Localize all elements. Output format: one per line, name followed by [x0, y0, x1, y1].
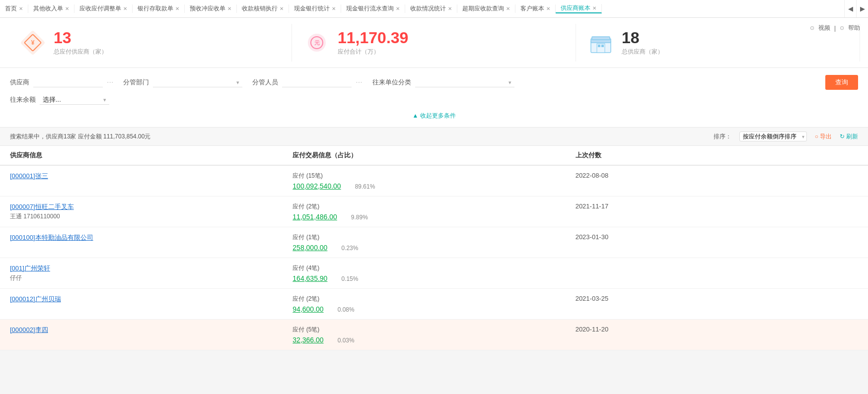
- supplier-info-cell: [000007]恒旺二手叉车 王通 17106110000: [10, 202, 292, 221]
- results-summary: 搜索结果中，供应商13家 应付金额 111,703,854.00元: [10, 132, 150, 141]
- nav-next-arrow[interactable]: ▶: [856, 0, 868, 18]
- query-button[interactable]: 查询: [825, 75, 858, 90]
- table-row: [000100]本特勤油品有限公司 应付 (1笔) 258,000.00 0.2…: [0, 227, 868, 258]
- col-header-supplier: 供应商信息: [10, 151, 292, 160]
- col-header-payinfo: 应付交易信息（占比）: [292, 151, 575, 160]
- tab-close-icon[interactable]: ✕: [592, 5, 596, 11]
- supplier-input[interactable]: [33, 77, 103, 87]
- supplier-link[interactable]: [000001]张三: [10, 172, 48, 180]
- nav-tab-other-income[interactable]: 其他收入单✕: [28, 4, 74, 13]
- unit-type-select[interactable]: [415, 77, 514, 87]
- pay-amount-link[interactable]: 32,366.00: [292, 336, 323, 344]
- pay-percent: 0.23%: [341, 245, 358, 252]
- tab-close-icon[interactable]: ✕: [280, 6, 284, 11]
- tab-close-icon[interactable]: ✕: [65, 6, 69, 11]
- search-area: 供应商 ··· 分管部门 分管人员 ··· 往来单位分类 查询: [0, 68, 868, 128]
- circle-icon: ⊙: [810, 25, 814, 31]
- video-link[interactable]: 视频: [818, 24, 830, 32]
- balance-field: 往来余额 选择...: [10, 95, 109, 105]
- person-field: 分管人员 ···: [252, 77, 362, 87]
- stat-payable-suppliers-text: 13 总应付供应商（家）: [54, 29, 282, 56]
- person-input[interactable]: [282, 77, 352, 87]
- pay-percent: 0.03%: [338, 337, 355, 344]
- nav-tab-receipt-stats[interactable]: 收款情况统计✕: [405, 4, 457, 13]
- supplier-link[interactable]: [000100]本特勤油品有限公司: [10, 234, 93, 241]
- tab-close-icon[interactable]: ✕: [332, 6, 336, 11]
- supplier-dots-icon[interactable]: ···: [107, 78, 113, 87]
- tab-close-icon[interactable]: ✕: [506, 6, 510, 11]
- svg-text:元: 元: [314, 40, 320, 46]
- pay-label: 应付 (2笔): [292, 202, 575, 211]
- nav-tab-cash-bank-flow[interactable]: 现金银行流水查询✕: [341, 4, 405, 13]
- tab-close-icon[interactable]: ✕: [546, 6, 550, 11]
- tab-close-icon[interactable]: ✕: [448, 6, 452, 11]
- tab-close-icon[interactable]: ✕: [227, 6, 231, 11]
- pay-info-cell: 应付 (2笔) 94,600.00 0.08%: [292, 295, 575, 313]
- balance-label: 往来余额: [10, 95, 36, 104]
- table-row: [001]广州荣轩 仔仔 应付 (4笔) 164,635.90 0.15%: [0, 258, 868, 289]
- pay-amount-link[interactable]: 94,600.00: [292, 305, 323, 313]
- svg-rect-8: [592, 37, 610, 40]
- supplier-info-cell: [000012]广州贝瑞: [10, 295, 292, 304]
- nav-prev-arrow[interactable]: ◀: [844, 0, 856, 18]
- unit-type-field: 往来单位分类: [372, 77, 514, 87]
- pay-amount-row: 100,092,540.00 89.61%: [292, 180, 575, 190]
- help-link[interactable]: 帮助: [848, 24, 860, 32]
- tab-label: 首页: [5, 4, 17, 13]
- export-button[interactable]: ○ 导出: [815, 132, 832, 141]
- nav-tab-home[interactable]: 首页✕: [0, 4, 28, 13]
- stat-total-suppliers-label: 总供应商（家）: [622, 48, 850, 56]
- dept-label: 分管部门: [123, 78, 149, 87]
- tab-close-icon[interactable]: ✕: [123, 6, 127, 11]
- supplier-link[interactable]: [000007]恒旺二手叉车: [10, 203, 74, 210]
- pay-info-cell: 应付 (15笔) 100,092,540.00 89.61%: [292, 172, 575, 190]
- dept-field: 分管部门: [123, 77, 242, 87]
- last-pay-date: 2020-11-20: [576, 324, 609, 333]
- nav-tab-supplier-ledger[interactable]: 供应商账本✕: [556, 4, 602, 13]
- sort-select[interactable]: 按应付余额倒序排序: [739, 131, 807, 141]
- pay-amount-link[interactable]: 100,092,540.00: [292, 182, 341, 190]
- nav-tab-ar-ap-adjust[interactable]: 应收应付调整单✕: [74, 4, 133, 13]
- dept-select[interactable]: [153, 77, 242, 87]
- pay-amount-link[interactable]: 11,051,486.00: [292, 213, 337, 221]
- last-pay-cell: 2020-11-20: [576, 326, 858, 333]
- nav-tab-overdue-query[interactable]: 超期应收款查询✕: [457, 4, 515, 13]
- tab-close-icon[interactable]: ✕: [175, 6, 179, 11]
- results-right: 排序： 按应付余额倒序排序 ○ 导出 ↻ 刷新: [714, 131, 858, 141]
- person-dots-icon[interactable]: ···: [356, 78, 362, 87]
- supplier-link[interactable]: [001]广州荣轩: [10, 264, 50, 272]
- table-row: [000007]恒旺二手叉车 王通 17106110000 应付 (2笔) 11…: [0, 197, 868, 227]
- pay-amount-row: 32,366.00 0.03%: [292, 334, 575, 344]
- balance-select[interactable]: 选择...: [40, 95, 109, 105]
- stat-payable-total: 元 11,170.39 应付合计（万）: [292, 24, 576, 62]
- supplier-link[interactable]: [000012]广州贝瑞: [10, 295, 61, 303]
- pay-amount-row: 94,600.00 0.08%: [292, 303, 575, 313]
- pay-info-cell: 应付 (2笔) 11,051,486.00 9.89%: [292, 202, 575, 221]
- supplier-label: 供应商: [10, 78, 29, 87]
- last-pay-date: 2023-01-30: [576, 231, 609, 241]
- supplier-link[interactable]: [000002]李四: [10, 326, 48, 333]
- pay-info-cell: 应付 (1笔) 258,000.00 0.23%: [292, 233, 575, 252]
- nav-tab-pre-receivable[interactable]: 预收冲应收单✕: [185, 4, 237, 13]
- last-pay-cell: 2021-11-17: [576, 202, 858, 210]
- nav-tab-cash-bank-stats[interactable]: 现金银行统计✕: [289, 4, 341, 13]
- tab-label: 超期应收款查询: [462, 4, 504, 13]
- last-pay-date: 2022-08-08: [576, 170, 609, 179]
- pay-info-cell: 应付 (5笔) 32,366.00 0.03%: [292, 326, 575, 344]
- stat-payable-suppliers-number: 13: [54, 29, 282, 47]
- pay-label: 应付 (5笔): [292, 326, 575, 334]
- sort-wrapper: 按应付余额倒序排序: [739, 131, 807, 141]
- nav-tab-bank-deposit[interactable]: 银行存取款单✕: [133, 4, 185, 13]
- export-icon: ○: [815, 133, 818, 140]
- nav-tab-payment-verify[interactable]: 收款核销执行✕: [237, 4, 289, 13]
- table-body: [000001]张三 应付 (15笔) 100,092,540.00 89.61…: [0, 166, 868, 350]
- pay-amount-link[interactable]: 164,635.90: [292, 274, 327, 282]
- tab-close-icon[interactable]: ✕: [19, 6, 23, 11]
- tab-close-icon[interactable]: ✕: [396, 6, 400, 11]
- collapse-bar[interactable]: ▲ 收起更多条件: [10, 110, 858, 122]
- nav-tab-customer-ledger[interactable]: 客户账本✕: [515, 4, 556, 13]
- supplier-info-cell: [000100]本特勤油品有限公司: [10, 233, 292, 242]
- pay-amount-link[interactable]: 258,000.00: [292, 244, 327, 252]
- refresh-button[interactable]: ↻ 刷新: [840, 132, 858, 141]
- supplier-info-cell: [001]广州荣轩 仔仔: [10, 264, 292, 282]
